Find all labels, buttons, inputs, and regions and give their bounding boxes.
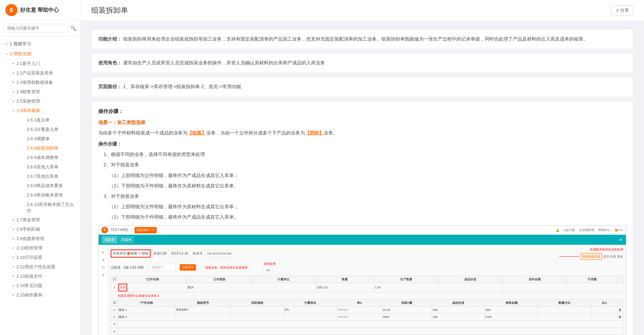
plus-icon: + [12, 227, 14, 232]
screenshot-radio-label-disassemble: 拆卸 [142, 250, 149, 257]
sidebar-item-2610[interactable]: 2.6.10库存账本错了怎么办 [24, 200, 80, 215]
sidebar-item-263[interactable]: 2.6.3调拨单 [24, 134, 80, 144]
steps-card: 操作步骤： 场景一：加工类型选择 当由多个子件材料组装成一个成品的业务为【组装】… [91, 101, 633, 335]
screenshot-upper-table-container: ☐ *父件名称 父件规格 计量单位 数量 生产数量 成品价值 成本金额 可用量 [111, 276, 623, 292]
sidebar-item-system[interactable]: + 2.12系统个性化设置 [9, 262, 80, 272]
screenshot-tab-new2: 新建单 [119, 236, 134, 243]
sidebar-item-finance[interactable]: + 2.7资金管理 [9, 215, 80, 225]
screenshot-annotation3: 启用处理 On [264, 261, 276, 274]
path-text: 1、库存核算->库存管理->组装拆卸单 2、首页->常用功能 [123, 84, 241, 89]
screenshot-radio-assemble [127, 252, 130, 255]
screenshot-th-qty: 数量 [316, 276, 374, 283]
screenshot-type-box: 单据类型 组装 拆卸 [111, 249, 151, 258]
screenshot-upper-table: ☐ *父件名称 父件规格 计量单位 数量 生产数量 成品价值 成本金额 可用量 [111, 276, 623, 292]
disassemble-link[interactable]: 【拆卸】 [305, 130, 324, 135]
sidebar-item-268[interactable]: 2.6.8商品成本重算 [24, 181, 80, 190]
sidebar-item-cases[interactable]: + 2.15操作案例 [9, 290, 80, 300]
sidebar-item-mobile[interactable]: + 2.8手机旺铺 [9, 225, 80, 234]
sidebar-item-inventory[interactable]: − 2.6库存核算 [9, 106, 80, 115]
scene1-title: 场景一：加工类型选择 [98, 118, 626, 127]
share-icon: ↗ [615, 8, 619, 13]
screenshot-lower-row1: 1 规格 1 规格参数U 拼U 1·U+1·U 20.00 160 660 [111, 306, 623, 313]
sidebar-item-faq[interactable]: + 2.14常见问题 [9, 281, 80, 290]
sidebar-item-docs[interactable]: − 2.帮助文档 [0, 49, 80, 59]
screenshot-confirm-btn: 完整完毕 [180, 264, 196, 270]
share-button[interactable]: ↗ 分享 [611, 5, 633, 15]
screenshot-annotation2: 组装业务、拆卸业务在这里选择 [205, 265, 248, 271]
sidebar-item-pay[interactable]: + 2.13在线支付 [9, 272, 80, 281]
sidebar-item-install[interactable]: + 2.2产品安装及登录 [9, 68, 80, 78]
step3-2: （2）下部明细为子件明细，最终作为产成品生成其它入库单。 [98, 213, 626, 221]
screenshot-radio-disassemble [139, 252, 141, 255]
plus-icon: + [12, 90, 14, 94]
sidebar-header: 6 好生意 帮助中心 [0, 0, 80, 20]
screenshot-close-icon: ✕ [619, 236, 623, 244]
plus-icon: + [12, 265, 14, 269]
step1: 1、根据不同的业务，选择不同单据的类型来处理 [98, 150, 626, 159]
sidebar-item-purchase[interactable]: + 2.5采购管理 [9, 97, 80, 106]
role-text: 通常由生产人员或库管人员完成拆装业务的操作，库管人员确认原材料的出库和产成品的入… [123, 60, 325, 65]
screenshot-annotation2-text: 组装业务、拆卸业务在这里选择 [205, 266, 248, 269]
content-area: 功能介绍： 组装拆卸单用来处理企业组装或拆卸等加工业务，支持有固定装配清单的产品… [80, 21, 644, 335]
sidebar-item-print[interactable]: + 2.11打印设置 [9, 253, 80, 262]
screenshot-annotation1-text: 有装配清单的在这里处理 [590, 247, 623, 252]
intro-text: 组装拆卸单用来处理企业组装或拆卸等加工业务，支持有固定装配清单的产品加工业务，也… [123, 36, 588, 42]
screenshot-th-prod-val: 成品价值 [438, 276, 503, 283]
sidebar-item-261[interactable]: 2.6.1盘点单 [24, 115, 80, 125]
sidebar-item-operation[interactable]: + 2.10经营管理 [9, 243, 80, 253]
screenshot-btn-newadd: 新建单据一个 [135, 227, 157, 233]
screenshot-annotation1-line [559, 256, 579, 257]
screenshot-app-id: TEST-H002 [111, 227, 128, 233]
step3: 3、对于拆装业务 [98, 192, 626, 201]
sidebar-item-data[interactable]: + 2.3使用前数据准备 [9, 78, 80, 87]
path-label: 页面路径： [98, 84, 122, 89]
plus-icon: + [12, 283, 14, 288]
step2-1: （1）上部明细为父件明细，最终作为产成品生成其它入库单； [98, 171, 626, 180]
page-title: 组装拆卸单 [91, 5, 128, 15]
sidebar-item-sales[interactable]: + 2.4销售管理 [9, 87, 80, 97]
screenshot-num-label: 单据号 [193, 250, 203, 257]
sidebar-item-262[interactable]: 2.6.2分量盘点单 [24, 125, 80, 134]
logo-text: 好生意 帮助中心 [20, 7, 59, 14]
sidebar-item-267[interactable]: 2.6.7其他出库单 [24, 172, 80, 181]
search-icon[interactable]: 🔍 [70, 25, 76, 31]
screenshot-lower-row2: 2 规格 2 1·U+1·U 3000 1d0 9.00 [111, 314, 623, 321]
scene1: 场景一：加工类型选择 当由多个子件材料组装成一个成品的业务为【组装】业务，当由一… [98, 118, 626, 137]
sidebar-item-label: 1.视频学习 [10, 41, 31, 47]
screenshot-th-prod-qty: 生产数量 [374, 276, 438, 283]
assemble-link[interactable]: 【组装】 [187, 130, 206, 135]
screenshot-cell-name-box: 关关 [118, 284, 127, 291]
plus-icon: + [12, 236, 14, 241]
sidebar-item-264[interactable]: 2.6.4组装拆卸单 [24, 144, 80, 153]
plus-icon: + [12, 218, 14, 222]
sidebar-item-newbie[interactable]: + 2.1新手入门 [9, 59, 80, 68]
screenshot-left-bar: 单 据 列 表 [99, 245, 108, 335]
screenshot-lower-table: ☐ *子件名称 规格型号 实际规格 计量单位 单U 实际U量 成品价值 单耗金额 [111, 299, 623, 335]
screenshot-qty-label: 总数量 [111, 265, 121, 271]
screenshot-upper-row1: 1 关关 配件 1份/1.01 1.00 [111, 283, 623, 292]
sidebar-item-266[interactable]: 2.6.6其他入库单 [24, 162, 80, 172]
sidebar-item-coupon[interactable]: + 2.9优惠券管理 [9, 234, 80, 243]
sidebar-docs-sub: + 2.1新手入门 + 2.2产品安装及登录 + 2.3使用前数据准备 + 2.… [0, 59, 80, 300]
screenshot-lower-row4: 4 [111, 328, 623, 335]
plus-icon: + [12, 274, 14, 279]
sidebar-item-265[interactable]: 2.6.5成本调整单 [24, 153, 80, 162]
scene1-desc: 当由多个子件材料组装成一个成品的业务为【组装】业务，当由一个父件拆分成多个子产品… [98, 129, 626, 137]
step2-2: （2）下部明细为子件明细，最终作为原材料生成其它出库单。 [98, 182, 626, 190]
screenshot-th-unit: 计量单位 [251, 276, 316, 283]
role-card: 使用角色： 通常由生产人员或库管人员完成拆装业务的操作，库管人员确认原材料的出库… [91, 53, 633, 73]
main-content: 组装拆卸单 ↗ 分享 功能介绍： 组装拆卸单用来处理企业组装或拆卸等加工业务，支… [80, 0, 644, 335]
minus-icon: − [12, 108, 15, 113]
screenshot-on-toggle: On [264, 267, 272, 274]
search-input[interactable] [4, 24, 68, 33]
screenshot-action-btns: 提交 作废 更改 [603, 254, 623, 259]
step3-1: （1）上部明细为父件明细，最终作为原材料生成其它出库单； [98, 203, 626, 211]
screenshot-form-row2: 总数量 1份 1.01 24/6 仓储部门 完整完毕 组装业务、拆卸业务在这里选… [111, 261, 623, 274]
screenshot-lower-row3: 3 [111, 321, 623, 328]
sidebar-item-video[interactable]: + 1.视频学习 [0, 39, 80, 49]
ops-title: 操作步骤： [98, 140, 626, 148]
screenshot-top-right: 🔔App下载总后端管理帮助中心🐱 CC [556, 227, 623, 233]
sidebar-item-269[interactable]: 2.6.9库存账本查询 [24, 190, 80, 200]
screenshot-th-avail: 可用量 [567, 276, 618, 283]
screenshot-th-checkbox: ☐ [111, 276, 118, 283]
